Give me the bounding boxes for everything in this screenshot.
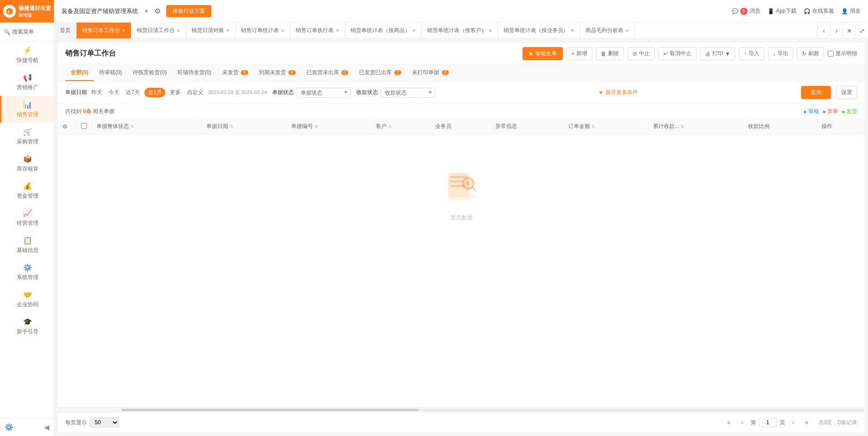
tab-sales-order-exec-close[interactable]: ✕ [336, 28, 339, 33]
sidebar-item-guide[interactable]: 🎓 新手引导 [0, 313, 54, 340]
audit-button[interactable]: ● 审核 [803, 108, 819, 115]
expand-filter-button[interactable]: ▼ 展开更多条件 [598, 89, 638, 96]
th-ratio: 收款比例 [743, 119, 816, 134]
page-first-button[interactable]: « [724, 417, 734, 428]
import-button[interactable]: ↑ 导入 [739, 47, 764, 60]
date-btn-yesterday[interactable]: 昨天 [90, 88, 104, 97]
sidebar-item-operations[interactable]: 📈 经营管理 [0, 204, 54, 232]
user-name: 用友 [850, 7, 861, 15]
date-btn-more[interactable]: 更多 [168, 88, 182, 97]
sub-tab-wangpu-deliver[interactable]: 旺铺待发货(0) [172, 65, 217, 81]
sort-date-icon[interactable]: ⇅ [230, 124, 233, 129]
settings-filter-button[interactable]: 设置 [836, 86, 857, 99]
app-download-button[interactable]: 📱 App下载 [767, 7, 796, 15]
sub-tab-not-printed[interactable]: 未打印单据 0 [407, 65, 454, 81]
sidebar-item-system[interactable]: ⚙️ 系统管理 [0, 259, 54, 286]
tab-sales-workbench-close[interactable]: ✕ [122, 28, 125, 33]
page-last-button[interactable]: » [801, 417, 812, 428]
tab-home[interactable]: 首页 [54, 23, 77, 39]
tab-product-margin-close[interactable]: ✕ [625, 28, 629, 33]
date-btn-custom[interactable]: 自定义 [185, 88, 205, 97]
sort-collected-icon[interactable]: ⇅ [681, 124, 684, 129]
sub-tab-pending-review[interactable]: 待审核(0) [94, 65, 128, 81]
sidebar-item-inventory[interactable]: 📦 库存核算 [0, 150, 54, 177]
tab-sales-stats-staff[interactable]: 销货单统计表（按业务员） ✕ [498, 23, 580, 39]
search-menu-button[interactable]: 🔍 搜索菜单 [4, 26, 50, 38]
sort-customer-icon[interactable]: ⇅ [388, 124, 392, 129]
tab-sales-stats-product-close[interactable]: ✕ [412, 28, 416, 33]
cancel-audit-button[interactable]: ● 弃审 [823, 108, 838, 115]
tab-sales-order-stats-close[interactable]: ✕ [281, 28, 284, 33]
smart-generate-button[interactable]: ★ 智能生单 [523, 47, 563, 60]
page-size-select[interactable]: 20 50 100 [90, 417, 119, 427]
tab-sales-order-exec[interactable]: 销售订单执行表 ✕ [290, 23, 345, 39]
sidebar-item-basic-info[interactable]: 📋 基础信息 [0, 232, 54, 259]
page-next-button[interactable]: › [788, 417, 799, 428]
tab-close-all[interactable]: ✕ [843, 23, 855, 39]
tab-cash-reconcile[interactable]: 钱货日清对账 ✕ [186, 23, 235, 39]
tab-cash-daily-close[interactable]: ✕ [177, 28, 180, 33]
dropdown-icon[interactable]: ▼ [144, 8, 149, 14]
tab-scroll-right[interactable]: › [830, 23, 843, 39]
topbar: 装备及固定资产辅助管理系统 ▼ ⚙ 体验行业方案 💬 6 消息 📱 App下载 … [54, 0, 868, 23]
tab-sales-stats-customer[interactable]: 销货单统计表（按客户） ✕ [422, 23, 498, 39]
message-button[interactable]: 💬 6 消息 [732, 7, 760, 15]
sub-tab-pending-inspect[interactable]: 待拣货验货(0) [127, 65, 172, 81]
delete-button[interactable]: 🗑 删除 [596, 47, 624, 60]
sidebar-item-finance[interactable]: 💰 资金管理 [0, 177, 54, 204]
solution-button[interactable]: 体验行业方案 [166, 5, 211, 17]
refresh-button[interactable]: ↻ 刷新 [797, 47, 824, 60]
date-btn-1month[interactable]: 近1月 [144, 88, 166, 97]
sidebar-item-enterprise[interactable]: 🤝 企业协同 [0, 286, 54, 313]
date-btn-today[interactable]: 今天 [107, 88, 121, 97]
tab-product-margin[interactable]: 商品毛利分析表 ✕ [580, 23, 635, 39]
column-settings-icon[interactable]: ⚙ [62, 123, 67, 130]
add-button[interactable]: + 新增 [566, 47, 592, 60]
tab-sales-workbench[interactable]: 销售订单工作台 ✕ [77, 23, 131, 39]
tab-scroll-left[interactable]: ‹ [817, 23, 830, 39]
user-button[interactable]: 👤 用友 [841, 7, 861, 15]
tab-sales-stats-customer-close[interactable]: ✕ [489, 28, 492, 33]
tab-sales-stats-product[interactable]: 销货单统计表（按商品） ✕ [345, 23, 422, 39]
show-detail-checkbox[interactable] [828, 51, 834, 57]
th-amount-label: 订单金额 [568, 123, 590, 130]
deliver-button[interactable]: ● 发货 [842, 108, 857, 115]
tab-sales-order-stats[interactable]: 销售订单统计表 ✕ [235, 23, 290, 39]
tab-fullscreen[interactable]: ⤢ [855, 23, 868, 39]
sub-tab-all[interactable]: 全部(0) [65, 65, 94, 81]
sort-amount-icon[interactable]: ⇅ [591, 124, 595, 129]
shipped-not-out-badge: 0 [341, 70, 349, 75]
sidebar-item-marketing[interactable]: 📢 营销推广 [0, 69, 54, 96]
purchase-icon: 🛒 [23, 128, 32, 136]
horizontal-scrollbar[interactable] [58, 408, 864, 412]
sort-status-icon[interactable]: ⇅ [130, 124, 134, 129]
sub-tab-overdue-not-shipped[interactable]: 到期未发货 0 [254, 65, 301, 81]
tab-cash-daily[interactable]: 钱货日清工作台 ✕ [131, 23, 186, 39]
collapse-icon[interactable]: ◀ [44, 423, 49, 431]
sub-tab-shipped-out[interactable]: 已发货已出库 0 [354, 65, 407, 81]
tab-cash-reconcile-close[interactable]: ✕ [226, 28, 230, 33]
svg-point-10 [466, 181, 470, 185]
print-button[interactable]: 🖨 打印 ▼ [700, 47, 735, 60]
select-all-checkbox[interactable] [81, 123, 87, 129]
search-button[interactable]: 查询 [801, 86, 831, 99]
date-btn-7days[interactable]: 近7天 [124, 88, 142, 97]
tab-sales-stats-staff-close[interactable]: ✕ [571, 28, 574, 33]
export-button[interactable]: ↓ 导出 [768, 47, 793, 60]
stop-button[interactable]: ⊘ 中止 [628, 47, 655, 60]
settings-topbar-icon[interactable]: ⚙ [154, 7, 161, 15]
settings-icon[interactable]: ⚙️ [5, 423, 14, 431]
online-service-button[interactable]: 🎧 在线客服 [804, 7, 834, 15]
page-number-input[interactable] [759, 418, 777, 427]
page-prev-button[interactable]: ‹ [737, 417, 748, 428]
cancel-stop-button[interactable]: ↩ 取消中止 [658, 47, 696, 60]
status-select[interactable]: 单据状态 [297, 88, 351, 98]
sidebar-item-purchase[interactable]: 🛒 采购管理 [0, 123, 54, 150]
sort-number-icon[interactable]: ⇅ [314, 124, 318, 129]
sub-tab-shipped-not-out[interactable]: 已发货未出库 0 [301, 65, 354, 81]
payment-select[interactable]: 收款状态 [381, 88, 435, 98]
scrollbar-thumb[interactable] [121, 409, 418, 411]
sub-tab-not-shipped[interactable]: 未发货 0 [217, 65, 254, 81]
sidebar-item-sales[interactable]: 📊 销售管理 [0, 96, 54, 123]
sidebar-item-quick-nav[interactable]: ⚡ 快捷导航 [0, 42, 54, 69]
